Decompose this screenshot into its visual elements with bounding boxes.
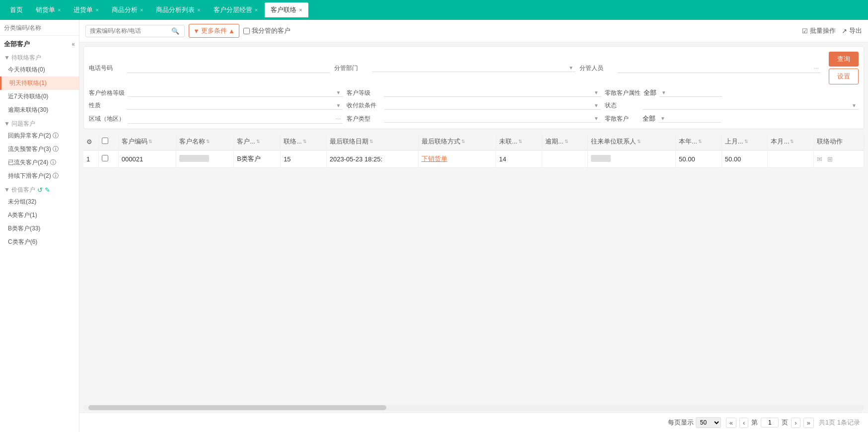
bulk-action-btn[interactable]: ☑ 批量操作 <box>802 26 836 35</box>
close-icon[interactable]: × <box>197 7 200 13</box>
col-last-date[interactable]: 最后联络日期⇅ <box>326 133 418 150</box>
nav-product-analysis[interactable]: 商品分析× <box>106 2 149 17</box>
filter-dept-select[interactable]: ▼ <box>372 64 576 72</box>
action-icon-2[interactable]: ⊞ <box>827 155 833 163</box>
next-page-btn[interactable]: › <box>791 418 800 428</box>
first-page-btn[interactable]: « <box>726 418 736 428</box>
sidebar-item-today-contact[interactable]: 今天待联络(0) <box>0 63 79 76</box>
set-btn[interactable]: 设置 <box>829 69 859 84</box>
customer-table: ⚙ 客户编码⇅ 客户名称⇅ 客户...⇅ 联络...⇅ 最后联络日期⇅ 最后联络… <box>83 133 864 168</box>
filter-dept-label: 分管部门 <box>334 64 369 72</box>
sort-icon: ⇅ <box>256 139 260 144</box>
filter-gender-select[interactable]: ▼ <box>127 102 343 110</box>
sidebar-item-overdue-contact[interactable]: 逾期未联络(30) <box>0 103 79 117</box>
sidebar-item-tomorrow-contact[interactable]: 明天待联络(1) <box>0 76 79 90</box>
filter-region-select[interactable]: ··· <box>128 114 343 124</box>
search-input[interactable] <box>90 27 169 34</box>
search-icon[interactable]: 🔍 <box>171 27 179 35</box>
cell-last-method[interactable]: 下销货单 <box>418 150 496 168</box>
sidebar-item-class-c[interactable]: C类客户(6) <box>0 235 79 249</box>
action-icon-1[interactable]: ✉ <box>817 155 822 163</box>
filter-level-select[interactable]: ▼ <box>128 89 343 97</box>
filter-retail-customer-select[interactable]: ▼ <box>658 115 722 123</box>
col-name[interactable]: 客户名称⇅ <box>176 133 233 150</box>
prev-page-btn[interactable]: ‹ <box>739 418 748 428</box>
close-icon[interactable]: × <box>95 7 98 13</box>
filter-level: 客户价格等级 ▼ <box>89 89 343 97</box>
filter-status-select[interactable]: ▼ <box>643 102 859 110</box>
sidebar-item-declining[interactable]: 持续下滑客户(2) ⓘ <box>0 169 79 183</box>
filter-retail-customer: 零散客户 全部 ▼ <box>605 114 859 123</box>
nav-customer-contact[interactable]: 客户联络× <box>265 2 308 17</box>
filter-grade-select[interactable]: ▼ <box>384 89 600 97</box>
nav-sales[interactable]: 销货单× <box>30 2 67 17</box>
sidebar-item-class-a[interactable]: A类客户(1) <box>0 209 79 222</box>
more-filter-btn[interactable]: ▼ 更多条件 ▲ <box>189 24 239 38</box>
cell-checkbox[interactable] <box>98 150 118 168</box>
query-btn[interactable]: 查询 <box>829 52 859 67</box>
col-no-contact[interactable]: 未联...⇅ <box>496 133 542 150</box>
sort-icon: ⇅ <box>148 139 152 144</box>
search-bar: 🔍 <box>85 25 185 37</box>
filter-customer-type-select[interactable]: ▼ <box>384 115 600 123</box>
sidebar-search-input[interactable] <box>4 24 78 31</box>
sort-icon: ⇅ <box>744 139 748 144</box>
filter-payment-select[interactable]: ▼ <box>384 102 600 110</box>
filter-retail-attr-value: 全部 <box>644 88 656 97</box>
filter-phone-label: 电话号码 <box>89 64 124 72</box>
cell-code: 000021 <box>118 150 176 168</box>
col-code[interactable]: 客户编码⇅ <box>118 133 176 150</box>
sidebar-item-churned[interactable]: 已流失客户(24) ⓘ <box>0 156 79 169</box>
col-this-year[interactable]: 本年...⇅ <box>676 133 722 150</box>
page-input[interactable] <box>761 418 779 428</box>
col-this-month[interactable]: 本月...⇅ <box>768 133 814 150</box>
toolbar: 🔍 ▼ 更多条件 ▲ 我分管的客户 ☑ 批量操作 ↗ 导出 <box>79 20 868 42</box>
filter-phone-input[interactable] <box>127 64 330 73</box>
contact-method-link[interactable]: 下销货单 <box>422 155 447 162</box>
nav-purchase[interactable]: 进货单× <box>68 2 104 17</box>
filter-payment: 收付款条件 ▼ <box>347 101 600 110</box>
sidebar-item-churn-warning[interactable]: 流失预警客户(3) ⓘ <box>0 143 79 156</box>
sidebar-item-class-b[interactable]: B类客户(33) <box>0 222 79 235</box>
close-icon[interactable]: × <box>140 7 143 13</box>
filter-grade: 客户等级 ▼ <box>347 89 600 97</box>
close-icon[interactable]: × <box>299 7 302 13</box>
filter-row-3: 性质 ▼ 收付款条件 ▼ 状态 ▼ <box>89 101 859 110</box>
filter-payment-label: 收付款条件 <box>347 101 381 110</box>
col-last-method[interactable]: 最后联络方式⇅ <box>418 133 496 150</box>
scrollbar-thumb[interactable] <box>88 405 386 410</box>
nav-home[interactable]: 首页 <box>4 2 29 17</box>
col-settings[interactable]: ⚙ <box>83 133 98 150</box>
col-type[interactable]: 客户...⇅ <box>234 133 281 150</box>
filter-dept: 分管部门 ▼ <box>334 64 576 72</box>
col-last-month[interactable]: 上月...⇅ <box>722 133 768 150</box>
filter-row-2: 客户价格等级 ▼ 客户等级 ▼ 零散客户属性 全部 ▼ <box>89 88 859 97</box>
close-icon[interactable]: × <box>255 7 258 13</box>
col-contact[interactable]: 联络...⇅ <box>281 133 327 150</box>
sidebar-item-7days-contact[interactable]: 近7天待联络(0) <box>0 90 79 103</box>
filter-retail-attr-select[interactable]: ▼ <box>659 89 722 97</box>
my-customers-checkbox[interactable] <box>243 28 250 34</box>
sidebar-item-abnormal-repurchase[interactable]: 回购异常客户(2) ⓘ <box>0 129 79 143</box>
last-page-btn[interactable]: » <box>803 418 814 428</box>
all-customers-header[interactable]: 全部客户 « <box>0 36 79 51</box>
row-checkbox[interactable] <box>102 155 108 161</box>
sidebar-item-ungrouped[interactable]: 未分组(32) <box>0 195 79 209</box>
col-unit-contact[interactable]: 往来单位联系人⇅ <box>588 133 676 150</box>
sort-icon: ⇅ <box>565 139 569 144</box>
export-btn[interactable]: ↗ 导出 <box>842 26 862 35</box>
nav-customer-tier[interactable]: 客户分层经营× <box>208 2 264 17</box>
select-all-checkbox[interactable] <box>102 138 108 144</box>
filter-retail-attr-label: 零散客户属性 <box>605 89 641 97</box>
col-overdue[interactable]: 逾期...⇅ <box>542 133 588 150</box>
horizontal-scrollbar[interactable] <box>83 405 864 411</box>
close-icon[interactable]: × <box>58 7 61 13</box>
per-page-select[interactable]: 50 100 200 <box>696 417 721 428</box>
col-checkbox[interactable] <box>98 133 118 150</box>
filter-region: 区域（地区） ··· <box>89 114 343 124</box>
nav-product-analysis-list[interactable]: 商品分析列表× <box>150 2 206 17</box>
filter-row-1: 电话号码 分管部门 ▼ 分管人员 ··· 查询 设置 <box>89 52 859 84</box>
cell-index: 1 <box>83 150 98 168</box>
collapse-icon[interactable]: « <box>72 41 75 48</box>
filter-manager-select[interactable]: ··· <box>617 63 821 73</box>
